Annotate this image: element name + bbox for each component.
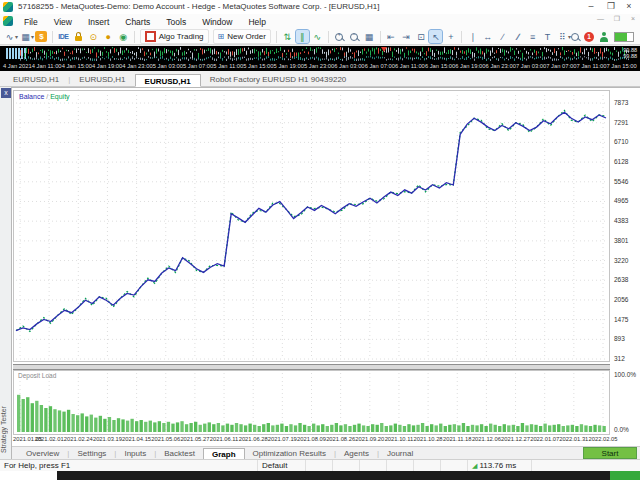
notification-badge[interactable]: 1 <box>584 32 594 42</box>
screenshot-camera-icon[interactable]: ⊡ <box>414 30 427 43</box>
fibonacci-icon[interactable]: ≡ <box>526 30 539 43</box>
time-tick-label: 7 Jan 07:00 <box>546 63 576 69</box>
time-tick-label: 6 Jan 11:00 <box>395 63 425 69</box>
zoom-in-icon[interactable]: + <box>333 30 346 43</box>
status-help: For Help, press F1 <box>0 460 258 471</box>
balance-y-tick-label: 1475 <box>614 316 628 323</box>
status-cell <box>387 460 414 471</box>
status-cell <box>532 460 640 471</box>
search-icon[interactable] <box>571 33 579 41</box>
status-profile[interactable]: Default <box>258 460 306 471</box>
time-tick-label: 5 Jan 23:00 <box>304 63 334 69</box>
strategy-tester-panel: x Strategy Tester Balance / Equity 78737… <box>0 87 640 459</box>
chart-profile-caret-icon[interactable]: ▾ <box>15 33 18 40</box>
cursor-icon[interactable]: ↖ <box>429 30 442 43</box>
algo-trading-button[interactable]: Algo Trading <box>140 29 209 44</box>
balance-y-tick-label: 7291 <box>614 119 628 126</box>
text-tool-icon[interactable]: T <box>541 30 554 43</box>
legend-equity: Equity <box>50 93 69 100</box>
horizontal-line-icon[interactable]: ↔ <box>481 30 494 43</box>
alerts-bell-icon[interactable]: ● <box>102 30 115 43</box>
time-tick-label: 5 Jan 11:00 <box>213 63 243 69</box>
new-order-button[interactable]: ⊞ New Order <box>213 29 271 44</box>
taskbar-strip <box>57 471 610 480</box>
deposit-icon[interactable]: $ <box>35 30 48 43</box>
channel-icon[interactable]: ∕∕ <box>511 30 524 43</box>
tile-windows-icon[interactable]: ▦ <box>363 30 376 43</box>
window-title: 57168255 - MetaQuotes-Demo: Demo Account… <box>18 2 380 11</box>
chart-tab-0[interactable]: EURUSD,H1 <box>4 73 68 86</box>
community-globe-icon[interactable]: ◉ <box>117 30 130 43</box>
time-tick-label: 5 Jan 03:00 <box>153 63 183 69</box>
menu-item-tools[interactable]: Tools <box>158 17 194 27</box>
connection-status-icon <box>614 32 634 42</box>
menu-item-file[interactable]: File <box>16 17 46 27</box>
close-button[interactable]: × <box>620 0 638 13</box>
child-minimize-icon[interactable]: — <box>597 15 604 22</box>
menu-item-window[interactable]: Window <box>194 17 240 27</box>
status-bar: For Help, press F1 Default ◢ 113.76 ms <box>0 459 640 471</box>
minimize-button[interactable]: – <box>582 0 600 13</box>
tick-chart-icon[interactable]: ⇅ <box>281 30 294 43</box>
line-chart-icon[interactable]: ∿ <box>311 30 324 43</box>
status-cell <box>441 460 468 471</box>
tester-panel-label: Strategy Tester <box>0 373 11 453</box>
status-latency: ◢ 113.76 ms <box>468 460 532 471</box>
child-close-icon[interactable]: × <box>631 15 635 22</box>
balance-y-tick-label: 2638 <box>614 276 628 283</box>
shift-end-icon[interactable]: ⇥ <box>399 30 412 43</box>
user-account-icon[interactable] <box>599 32 609 42</box>
menu-item-help[interactable]: Help <box>240 17 273 27</box>
graph-legend: Balance / Equity <box>19 93 70 100</box>
chart-tab-2[interactable]: EURUSD,H1 <box>135 74 201 87</box>
metaeditor-ide-icon[interactable]: IDE <box>57 30 70 43</box>
balance-y-tick-label: 3220 <box>614 257 628 264</box>
time-tick-label: 6 Jan 23:00 <box>486 63 516 69</box>
start-button[interactable]: Start <box>583 447 637 459</box>
chart-tab-3[interactable]: Robot Factory EURUSD H1 90439220 <box>201 73 356 86</box>
balance-y-tick-label: 7873 <box>614 99 628 106</box>
tester-side-strip: x Strategy Tester <box>0 87 11 459</box>
time-tick-label: 4 Jan 19:00 <box>92 63 122 69</box>
template-caret-icon[interactable]: ▾ <box>31 33 34 40</box>
status-cell <box>333 460 360 471</box>
collapsed-price-chart[interactable]: 99.88 99.88 <box>0 45 640 61</box>
toolbar-separator <box>52 31 53 43</box>
bar-chart-icon[interactable]: ∥ <box>296 30 309 43</box>
balance-y-tick-label: 2056 <box>614 296 628 303</box>
toolbar-separator <box>134 31 135 43</box>
status-cell <box>306 460 333 471</box>
deposit-load-graph[interactable]: Deposit Load <box>13 370 610 435</box>
tester-graph-area: Balance / Equity 78737291671061285546496… <box>11 87 640 459</box>
title-bar: 57168255 - MetaQuotes-Demo: Demo Account… <box>0 0 640 15</box>
balance-equity-plot <box>14 91 609 361</box>
menu-item-insert[interactable]: Insert <box>80 17 117 27</box>
status-cell <box>414 460 441 471</box>
time-tick-label: 6 Jan 15:00 <box>425 63 455 69</box>
menu-item-view[interactable]: View <box>46 17 80 27</box>
balance-y-tick-label: 312 <box>614 355 625 362</box>
zoom-out-icon[interactable]: − <box>348 30 361 43</box>
balance-equity-graph[interactable]: Balance / Equity <box>13 90 610 362</box>
time-tick-label: 4 Jan 15:00 <box>62 63 92 69</box>
toolbar-separator <box>461 31 462 43</box>
taskbar-indicator <box>610 471 640 480</box>
tester-close-button[interactable]: x <box>1 88 11 98</box>
vertical-line-icon[interactable]: ∣ <box>466 30 479 43</box>
balance-y-tick-label: 6128 <box>614 158 628 165</box>
time-tick-label: 7 Jan 11:00 <box>577 63 607 69</box>
chart-tab-1[interactable]: EURUSD,H1 <box>70 73 134 86</box>
lock-icon[interactable] <box>72 30 85 43</box>
child-restore-icon[interactable]: ❐ <box>614 15 620 23</box>
menu-bar: FileViewInsertChartsToolsWindowHelp — ❐ … <box>0 14 640 30</box>
restore-button[interactable]: ❐ <box>602 0 620 13</box>
menu-item-charts[interactable]: Charts <box>117 17 158 27</box>
balance-y-tick-label: 4965 <box>614 197 628 204</box>
time-tick-label: 5 Jan 19:00 <box>274 63 304 69</box>
broadcast-icon[interactable]: ⊙ <box>87 30 100 43</box>
trendline-icon[interactable]: ∕ <box>496 30 509 43</box>
time-tick-label: 6 Jan 19:00 <box>455 63 485 69</box>
menu-items: FileViewInsertChartsToolsWindowHelp <box>16 14 274 29</box>
crosshair-icon[interactable]: + <box>444 30 457 43</box>
shift-chart-icon[interactable]: ⇤ <box>385 30 398 43</box>
